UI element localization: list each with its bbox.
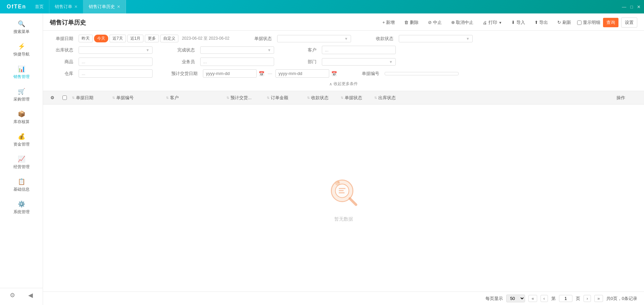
date-btn-more[interactable]: 更多 (145, 35, 159, 42)
sidebar-item-sales-mgmt[interactable]: 📊 销售管理 (0, 61, 43, 84)
complete-status-select[interactable]: ▼ (200, 46, 274, 54)
product-input[interactable]: ... (79, 58, 153, 66)
tab-sales-order-history-label: 销售订单历史 (89, 4, 115, 10)
date-btn-last-month[interactable]: 近1月 (127, 35, 144, 42)
refresh-button[interactable]: ↻ 刷新 (554, 18, 574, 27)
delivery-start-cal-icon[interactable]: 📅 (259, 71, 264, 76)
payment-status-label: 收款状态 (370, 36, 393, 42)
print-label: 打印 (488, 20, 497, 26)
salesperson-input[interactable]: ... (200, 58, 274, 66)
delivery-end-input[interactable] (275, 69, 329, 78)
date-btn-yesterday[interactable]: 昨天 (79, 35, 93, 42)
th-sort-delivery-icon[interactable]: ⇅ (226, 96, 229, 100)
date-btn-today[interactable]: 今天 (94, 35, 108, 42)
window-maximize-btn[interactable]: □ (630, 4, 633, 9)
th-sort-amount-icon[interactable]: ⇅ (267, 96, 269, 100)
select-all-checkbox[interactable] (62, 96, 67, 100)
sidebar-item-sales-mgmt-label: 销售管理 (13, 74, 30, 80)
payment-status-select[interactable]: ▼ (399, 35, 473, 42)
print-button[interactable]: 🖨 打印 ▼ (479, 18, 505, 27)
th-checkbox[interactable] (59, 96, 70, 100)
sidebar-item-inventory[interactable]: 📦 库存核算 (0, 106, 43, 129)
tab-sales-order-close[interactable]: ✕ (74, 4, 78, 9)
sidebar-collapse-btn[interactable]: ◀ (28, 292, 33, 299)
sidebar-item-purchase-mgmt[interactable]: 🛒 采购管理 (0, 84, 43, 106)
th-delivery: ⇅ 预计交货... (224, 92, 265, 104)
delivery-date-control: 📅 — 📅 (203, 69, 337, 78)
page-prev-btn[interactable]: ‹ (541, 295, 548, 302)
import-button[interactable]: ⬇ 导入 (508, 18, 528, 27)
display-toggle-checkbox[interactable] (577, 21, 582, 25)
order-status-select[interactable]: ▼ (277, 35, 351, 42)
collapse-up-icon: ∧ (329, 82, 332, 86)
page-last-btn[interactable]: » (594, 295, 603, 302)
new-button[interactable]: + 新增 (379, 18, 398, 27)
page-size-select[interactable]: 20 50 100 (506, 295, 525, 302)
th-sort-number-icon[interactable]: ⇅ (112, 96, 115, 100)
query-button[interactable]: 查询 (603, 18, 618, 27)
th-settings[interactable]: ⚙ (46, 95, 59, 100)
window-minimize-btn[interactable]: — (622, 4, 626, 9)
date-btn-custom[interactable]: 自定义 (160, 35, 178, 42)
svg-line-5 (350, 198, 356, 204)
delivery-end-cal-icon[interactable]: 📅 (331, 71, 337, 76)
out-status-select[interactable]: ▼ (79, 46, 153, 54)
sidebar-item-inventory-label: 库存核算 (13, 119, 30, 125)
th-sort-out-icon[interactable]: ⇅ (374, 96, 377, 100)
th-payment-status: ⇅ 收款状态 (305, 92, 339, 104)
delivery-start-input[interactable] (203, 69, 257, 78)
cancel-stop-button[interactable]: ⊗ 取消中止 (448, 18, 477, 27)
sidebar-settings-btn[interactable]: ⚙ (10, 292, 15, 299)
th-out-status: ⇅ 出库状态 (372, 92, 406, 104)
dept-label: 部门 (293, 59, 316, 65)
customer-input[interactable]: ... (322, 46, 396, 54)
export-button[interactable]: ⬆ 导出 (531, 18, 552, 27)
sidebar-bottom: ⚙ ◀ (0, 288, 43, 302)
settings-button[interactable]: 设置 (621, 17, 637, 28)
sidebar-item-finance-label: 资金管理 (13, 142, 30, 147)
tab-home[interactable]: 首页 (30, 0, 49, 13)
warehouse-input[interactable]: ... (79, 69, 153, 78)
th-delivery-label: 预计交货... (230, 95, 252, 101)
page-unit: 页 (576, 296, 580, 302)
th-number-label: 单据编号 (116, 95, 134, 101)
sidebar-item-quick-nav[interactable]: ⚡ 快捷导航 (0, 39, 43, 61)
main-layout: 🔍 搜索菜单 ⚡ 快捷导航 📊 销售管理 🛒 采购管理 📦 库存核算 💰 资金管… (0, 13, 644, 305)
date-btn-last7[interactable]: 近7天 (110, 35, 126, 42)
delete-button[interactable]: 🗑 删除 (401, 18, 422, 27)
svg-rect-4 (339, 192, 344, 193)
th-sort-payment-icon[interactable]: ⇅ (307, 96, 310, 100)
complete-status-arrow-icon: ▼ (267, 48, 271, 52)
th-sort-order-icon[interactable]: ⇅ (341, 96, 343, 100)
page-next-btn[interactable]: › (584, 295, 591, 302)
window-close-btn[interactable]: ✕ (637, 4, 641, 9)
tab-sales-order-history-close[interactable]: ✕ (117, 4, 120, 9)
page-first-btn[interactable]: « (528, 295, 537, 302)
order-no-label: 单据编号 (356, 71, 379, 77)
svg-point-6 (335, 181, 340, 186)
page-label: 第 (551, 296, 556, 302)
empty-text: 暂无数据 (334, 216, 353, 222)
tab-sales-order-history[interactable]: 销售订单历史 ✕ (83, 0, 126, 13)
out-status-label: 出库状态 (50, 47, 73, 53)
system-icon: ⚙️ (18, 200, 25, 208)
order-status-arrow-icon: ▼ (344, 37, 348, 41)
salesperson-dots: ... (203, 59, 207, 64)
sidebar-item-basic-info[interactable]: 📋 基础信息 (0, 174, 43, 196)
stop-button[interactable]: ⊘ 中止 (425, 18, 445, 27)
inventory-icon: 📦 (18, 110, 25, 118)
customer-label: 客户 (293, 47, 316, 53)
page-input[interactable] (559, 295, 572, 302)
dept-select[interactable]: ▼ (322, 58, 396, 66)
sidebar-item-operations[interactable]: 📈 经营管理 (0, 151, 43, 174)
tab-sales-order[interactable]: 销售订单 ✕ (49, 0, 83, 13)
sidebar-item-system[interactable]: ⚙️ 系统管理 (0, 196, 43, 219)
order-no-input[interactable] (385, 72, 459, 75)
th-sort-date-icon[interactable]: ⇅ (72, 96, 75, 100)
salesperson-label: 业务员 (171, 59, 195, 65)
sidebar-item-quick-nav-label: 快捷导航 (13, 51, 30, 57)
sidebar-item-finance[interactable]: 💰 资金管理 (0, 129, 43, 151)
th-sort-customer-icon[interactable]: ⇅ (166, 96, 169, 100)
collapse-row[interactable]: ∧ 收起更多条件 (50, 81, 637, 87)
sidebar-item-search-menu[interactable]: 🔍 搜索菜单 (0, 16, 43, 39)
